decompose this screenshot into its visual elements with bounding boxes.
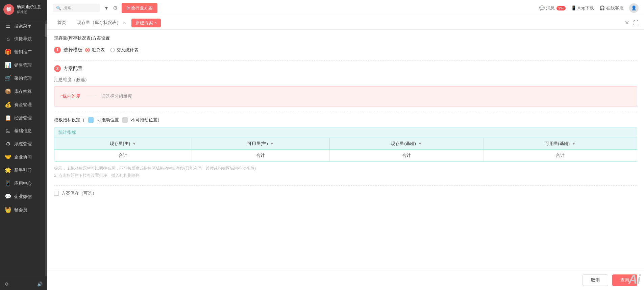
sidebar-item-management[interactable]: 📋经营管理 — [0, 111, 47, 124]
dimension-row: *纵向维度 —— 请选择分组维度 — [61, 93, 630, 99]
radio-cross-circle — [110, 48, 115, 52]
sidebar-item-search-menu[interactable]: ☰搜索菜单 — [0, 19, 47, 32]
content-area: 现存量(库存状况表)方案设置 1 选择模板 汇总表 交叉统计表 — [47, 30, 644, 270]
sidebar-item-app-center[interactable]: 📱应用中心 — [0, 177, 47, 190]
trial-btn[interactable]: 体验行业方案 — [122, 3, 157, 13]
save-option: 方案保存（可选） — [54, 190, 637, 196]
section1-num: 1 — [54, 47, 61, 53]
aggregate-label: 汇总维度（必选） — [54, 77, 637, 83]
tab-close-all-icon[interactable]: ✕ — [625, 20, 629, 26]
sidebar-label-quick-nav: 快捷导航 — [14, 36, 32, 42]
message-label: 消息 — [546, 5, 555, 10]
management-icon: 📋 — [5, 115, 11, 121]
sidebar-item-inventory[interactable]: 📦库存核算 — [0, 85, 47, 98]
section2-title: 方案配置 — [64, 66, 82, 72]
sidebar-item-wechat[interactable]: 💬企业微信 — [0, 190, 47, 203]
tab-new-plan-close[interactable]: × — [154, 21, 157, 25]
app-download-link[interactable]: 📱 App下载 — [571, 5, 594, 11]
sidebar-brand: 畅 畅康通好生意 标准版 — [0, 0, 47, 19]
divider1 — [54, 60, 637, 61]
sidebar-item-basic-info[interactable]: 🗂基础信息 — [0, 124, 47, 137]
table-header-row: 现存量(主)▼可用量(主)▼现存量(基辅)▼可用量(基辅)▼ — [54, 138, 637, 150]
enterprise-icon: 🤝 — [5, 154, 11, 160]
online-service-link[interactable]: 🎧 在线客服 — [599, 5, 624, 11]
search-menu-icon: ☰ — [5, 23, 11, 29]
system-icon: ⚙ — [5, 141, 11, 147]
section-template: 1 选择模板 汇总表 交叉统计表 — [54, 47, 637, 53]
marketing-icon: 🎁 — [5, 49, 11, 55]
tab-inventory-status[interactable]: 现存量（库存状况表） × — [72, 17, 130, 29]
sidebar-label-management: 经营管理 — [14, 115, 32, 121]
search-dropdown-btn[interactable]: ▼ — [104, 5, 109, 11]
basic-info-icon: 🗂 — [5, 128, 11, 134]
sidebar-item-sales[interactable]: 📊销售管理 — [0, 58, 47, 72]
sidebar-label-wechat: 企业微信 — [14, 194, 32, 200]
sidebar-item-system[interactable]: ⚙系统管理 — [0, 137, 47, 150]
col-header-col4[interactable]: 可用量(基辅)▼ — [484, 138, 637, 150]
tab-inventory-close[interactable]: × — [123, 20, 125, 25]
col-label-col2: 可用量(主) — [247, 141, 268, 146]
sidebar-label-inventory: 库存核算 — [14, 89, 32, 95]
tab-home[interactable]: 首页 — [53, 17, 71, 29]
hints: 提示： 1.拖动标题栏可以调整布局，不可跨维度或指标区域拖动栏目字段(只能在同一… — [54, 166, 637, 178]
tab-home-label: 首页 — [57, 20, 66, 26]
col-dropdown-col1[interactable]: ▼ — [132, 141, 136, 146]
tab-new-plan[interactable]: 新建方案 × — [131, 19, 161, 27]
col-cell-col3: 合计 — [329, 150, 484, 162]
sidebar-nav: ☰搜索菜单⌂快捷导航🎁营销推广📊销售管理🛒采购管理📦库存核算💰资金管理📋经营管理… — [0, 19, 47, 278]
sidebar-label-member: 畅会员 — [14, 207, 27, 213]
save-checkbox[interactable] — [54, 191, 59, 196]
draggable-label: 可拖动位置 — [97, 117, 119, 123]
user-avatar[interactable]: 👤 — [629, 3, 639, 13]
dimension-area: *纵向维度 —— 请选择分组维度 — [54, 86, 637, 106]
col-header-col3[interactable]: 现存量(基辅)▼ — [329, 138, 484, 150]
sidebar: 畅 畅康通好生意 标准版 ☰搜索菜单⌂快捷导航🎁营销推广📊销售管理🛒采购管理📦库… — [0, 0, 47, 290]
radio-cross[interactable]: 交叉统计表 — [110, 47, 139, 53]
topbar-right: 💬 消息 99+ 📱 App下载 🎧 在线客服 👤 — [539, 3, 639, 13]
sidebar-item-finance[interactable]: 💰资金管理 — [0, 98, 47, 111]
col-header-col1[interactable]: 现存量(主)▼ — [54, 138, 192, 150]
non-draggable-label: 不可拖动位置） — [131, 117, 162, 123]
app-center-icon: 📱 — [5, 180, 11, 187]
col-dropdown-col4[interactable]: ▼ — [572, 141, 576, 146]
search-box[interactable]: 🔍 搜索 — [53, 4, 100, 12]
main-area: 🔍 搜索 ▼ ⚙ 体验行业方案 💬 消息 99+ 📱 App下载 🎧 在线客服 … — [47, 0, 644, 290]
section1-title: 选择模板 — [64, 47, 82, 53]
stats-section-title: 统计指标 — [54, 127, 637, 138]
col-header-col2[interactable]: 可用量(主)▼ — [192, 138, 329, 150]
dimension-placeholder[interactable]: 请选择分组维度 — [101, 93, 132, 99]
cancel-button[interactable]: 取消 — [583, 274, 608, 286]
radio-summary[interactable]: 汇总表 — [85, 47, 105, 53]
sidebar-item-member[interactable]: 👑畅会员 — [0, 203, 47, 216]
sidebar-label-system: 系统管理 — [14, 141, 32, 147]
sidebar-item-new-guide[interactable]: 🌟新手引导 — [0, 164, 47, 177]
tab-expand-icon[interactable]: ⛶ — [633, 20, 639, 26]
sidebar-label-enterprise: 企业协同 — [14, 154, 32, 160]
sidebar-label-finance: 资金管理 — [14, 102, 32, 108]
col-dropdown-col2[interactable]: ▼ — [270, 141, 274, 146]
sidebar-item-enterprise[interactable]: 🤝企业协同 — [0, 150, 47, 164]
speaker-icon[interactable]: 🔊 — [37, 282, 43, 287]
tab-inventory-label: 现存量（库存状况表） — [77, 20, 121, 26]
indicator-label-text: 模板指标设定（ — [54, 117, 85, 123]
footer-bar: 取消 查询 — [47, 270, 644, 290]
finance-icon: 💰 — [5, 101, 11, 108]
brand-sub: 标准版 — [17, 10, 41, 15]
purchase-icon: 🛒 — [5, 75, 11, 81]
gear-icon[interactable]: ⚙ — [113, 5, 118, 11]
divider2 — [54, 112, 637, 112]
sidebar-label-app-center: 应用中心 — [14, 180, 32, 187]
inventory-icon: 📦 — [5, 88, 11, 95]
hint-item-0: 提示： 1.拖动标题栏可以调整布局，不可跨维度或指标区域拖动栏目字段(只能在同一… — [54, 166, 637, 171]
sidebar-footer: ⚙ 🔊 — [0, 278, 47, 290]
sidebar-item-marketing[interactable]: 🎁营销推广 — [0, 45, 47, 58]
query-button[interactable]: 查询 — [612, 274, 637, 286]
sidebar-item-purchase[interactable]: 🛒采购管理 — [0, 72, 47, 85]
search-placeholder: 搜索 — [63, 5, 71, 11]
col-dropdown-col3[interactable]: ▼ — [418, 141, 422, 146]
settings-icon[interactable]: ⚙ — [5, 282, 9, 287]
sidebar-item-quick-nav[interactable]: ⌂快捷导航 — [0, 32, 47, 45]
tabbar: 首页 现存量（库存状况表） × 新建方案 × ✕ ⛶ — [47, 16, 644, 30]
save-label: 方案保存（可选） — [61, 190, 97, 196]
message-link[interactable]: 💬 消息 99+ — [539, 5, 566, 11]
